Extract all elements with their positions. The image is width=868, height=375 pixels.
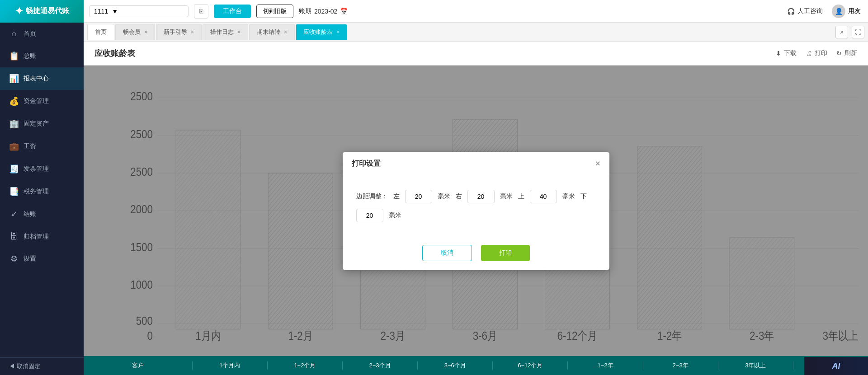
th-1-2y: 1~2年 bbox=[568, 361, 643, 370]
consult-button[interactable]: 🎧 人工咨询 bbox=[787, 7, 823, 15]
company-selector[interactable]: 1111 ▼ bbox=[89, 5, 189, 17]
th-1m: 1个月内 bbox=[193, 361, 268, 370]
confirm-print-button[interactable]: 打印 bbox=[481, 245, 530, 261]
tab-close-period_close[interactable]: × bbox=[284, 29, 287, 35]
dialog-close-button[interactable]: × bbox=[595, 159, 600, 169]
tab-close-ar_aging[interactable]: × bbox=[336, 29, 340, 35]
table-header: 客户 1个月内 1~2个月 2~3个月 3~6个月 6~12个月 1~2年 2~… bbox=[84, 356, 868, 375]
tab-guide[interactable]: 新手引导× bbox=[156, 24, 202, 40]
sidebar-item-archive[interactable]: 🗄 归档管理 bbox=[0, 225, 84, 248]
download-icon: ⬇ bbox=[776, 50, 781, 57]
tab-label-ar_aging: 应收账龄表 bbox=[303, 28, 333, 36]
top-dir-label: 上 bbox=[518, 192, 524, 201]
sidebar-item-invoice[interactable]: 🧾 发票管理 bbox=[0, 158, 84, 180]
right-dir-label: 右 bbox=[456, 192, 462, 201]
sidebar-icon-funds: 💰 bbox=[9, 96, 19, 106]
th-customer: 客户 bbox=[84, 361, 193, 370]
dialog-header: 打印设置 × bbox=[343, 152, 609, 176]
left-unit-label: 毫米 bbox=[438, 192, 450, 201]
left-dir-label: 左 bbox=[393, 192, 400, 201]
sidebar-scroll: ⌂ 首页 📋 总账 📊 报表中心 💰 资金管理 🏢 固定资产 💼 工资 🧾 发票… bbox=[0, 23, 84, 357]
sidebar-item-funds[interactable]: 💰 资金管理 bbox=[0, 90, 84, 112]
tab-home[interactable]: 首页 bbox=[87, 24, 114, 40]
right-unit-label: 毫米 bbox=[500, 192, 513, 201]
tab-close-guide[interactable]: × bbox=[191, 29, 194, 35]
copy-button[interactable]: ⎘ bbox=[194, 4, 208, 19]
tab-period_close[interactable]: 期末结转× bbox=[249, 24, 295, 40]
margin-row: 边距调整： 左 毫米 右 毫米 上 毫米 下 bbox=[356, 190, 596, 222]
period-area: 账期 2023-02 📅 bbox=[299, 7, 348, 15]
sidebar-item-assets[interactable]: 🏢 固定资产 bbox=[0, 112, 84, 135]
right-margin-input[interactable] bbox=[467, 190, 495, 203]
page-title: 应收账龄表 bbox=[94, 48, 135, 59]
tab-close-member[interactable]: × bbox=[144, 29, 147, 35]
print-button[interactable]: 🖨 打印 bbox=[806, 49, 827, 57]
sidebar-label-funds: 资金管理 bbox=[24, 97, 49, 105]
sidebar-label-reports: 报表中心 bbox=[24, 75, 49, 83]
chart-area: 2500 2500 2500 2000 1500 1000 500 0 bbox=[84, 66, 868, 356]
maximize-icon: ⛶ bbox=[855, 28, 861, 36]
tab-label-guide: 新手引导 bbox=[164, 28, 187, 36]
sidebar-item-checkout[interactable]: ✓ 结账 bbox=[0, 203, 84, 225]
content-area: 首页畅会员×新手引导×操作日志×期末结转×应收账龄表× × ⛶ 应收账龄表 ⬇ … bbox=[84, 23, 868, 375]
tab-maximize-button[interactable]: ⛶ bbox=[852, 26, 864, 38]
margin-label: 边距调整： bbox=[356, 192, 388, 201]
top-unit-label: 毫米 bbox=[562, 192, 575, 201]
sidebar-label-assets: 固定资产 bbox=[24, 120, 49, 128]
download-label: 下载 bbox=[784, 49, 797, 57]
tab-member[interactable]: 畅会员× bbox=[115, 24, 155, 40]
sidebar-label-home: 首页 bbox=[24, 30, 36, 38]
th-3-6m: 3~6个月 bbox=[418, 361, 493, 370]
dialog-footer: 取消 打印 bbox=[343, 236, 609, 270]
sidebar-label-ledger: 总账 bbox=[24, 52, 36, 60]
user-area[interactable]: 👤 用友 bbox=[832, 5, 861, 18]
sidebar-label-settings: 设置 bbox=[24, 255, 36, 263]
sidebar-item-ledger[interactable]: 📋 总账 bbox=[0, 45, 84, 67]
ai-label: Ai bbox=[832, 361, 840, 371]
sidebar-item-reports[interactable]: 📊 报表中心 bbox=[0, 67, 84, 90]
page-content: 应收账龄表 ⬇ 下载 🖨 打印 ↻ 刷新 bbox=[84, 42, 868, 375]
sidebar-item-tax[interactable]: 📑 税务管理 bbox=[0, 180, 84, 203]
tab-label-member: 畅会员 bbox=[123, 28, 141, 36]
sidebar-icon-ledger: 📋 bbox=[9, 51, 19, 61]
top-margin-input[interactable] bbox=[530, 190, 557, 203]
dialog-title: 打印设置 bbox=[352, 159, 381, 169]
switch-version-button[interactable]: 切到旧版 bbox=[256, 5, 293, 18]
th-3y-plus: 3年以上 bbox=[718, 361, 793, 370]
bottom-margin-input[interactable] bbox=[356, 209, 383, 222]
page-actions: ⬇ 下载 🖨 打印 ↻ 刷新 bbox=[776, 49, 857, 57]
th-2-3m: 2~3个月 bbox=[343, 361, 418, 370]
sidebar-item-home[interactable]: ⌂ 首页 bbox=[0, 23, 84, 45]
copy-icon: ⎘ bbox=[199, 8, 203, 15]
sidebar-icon-reports: 📊 bbox=[9, 74, 19, 84]
sidebar-item-settings[interactable]: ⚙ 设置 bbox=[0, 248, 84, 270]
tab-oplog[interactable]: 操作日志× bbox=[203, 24, 248, 40]
refresh-button[interactable]: ↻ 刷新 bbox=[836, 49, 857, 57]
print-icon: 🖨 bbox=[806, 50, 812, 57]
tab-close-oplog[interactable]: × bbox=[237, 29, 241, 35]
dialog-body: 边距调整： 左 毫米 右 毫米 上 毫米 下 bbox=[343, 176, 609, 236]
tab-ar_aging[interactable]: 应收账龄表× bbox=[296, 24, 347, 40]
tabs-right: × ⛶ bbox=[835, 26, 864, 38]
tab-close-button[interactable]: × bbox=[835, 26, 848, 38]
workbench-button[interactable]: 工作台 bbox=[214, 5, 251, 18]
sidebar-icon-home: ⌂ bbox=[9, 29, 19, 38]
header-right: 🎧 人工咨询 👤 用友 bbox=[787, 5, 861, 18]
th-6-12m: 6~12个月 bbox=[493, 361, 568, 370]
sidebar-label-salary: 工资 bbox=[24, 142, 36, 150]
cancel-button[interactable]: 取消 bbox=[422, 245, 472, 261]
user-label: 用友 bbox=[848, 7, 861, 15]
sidebar-label-invoice: 发票管理 bbox=[24, 165, 49, 173]
sidebar-collapse-button[interactable]: ◀ 取消固定 bbox=[0, 357, 84, 375]
close-icon: × bbox=[840, 28, 844, 36]
logo-icon: ✦ bbox=[15, 5, 23, 17]
sidebar-item-salary[interactable]: 💼 工资 bbox=[0, 135, 84, 158]
tab-label-oplog: 操作日志 bbox=[210, 28, 234, 36]
print-label: 打印 bbox=[815, 49, 827, 57]
dialog-overlay: 打印设置 × 边距调整： 左 毫米 右 毫米 bbox=[84, 66, 868, 356]
left-margin-input[interactable] bbox=[405, 190, 432, 203]
period-calendar-icon[interactable]: 📅 bbox=[340, 8, 348, 15]
period-label: 账期 bbox=[299, 7, 311, 15]
download-button[interactable]: ⬇ 下载 bbox=[776, 49, 797, 57]
period-value: 2023-02 bbox=[314, 8, 337, 15]
